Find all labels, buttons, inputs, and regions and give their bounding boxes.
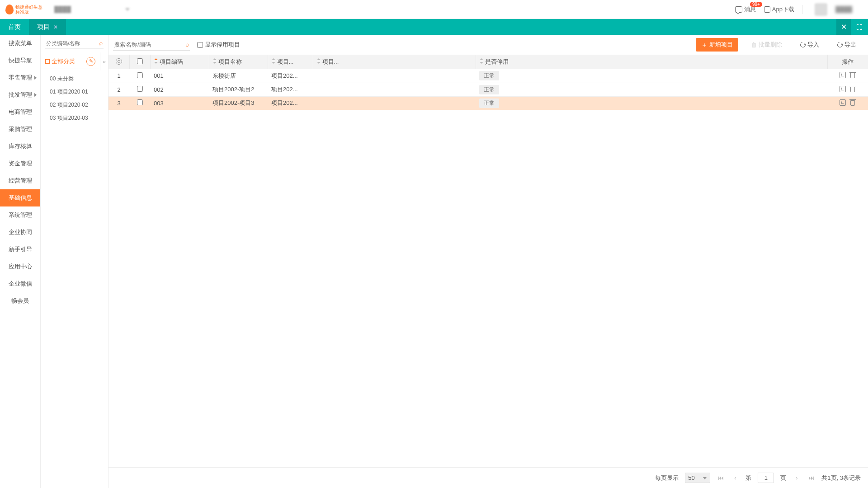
org-selector[interactable]: ████ [54,6,130,13]
edit-icon[interactable] [840,72,846,78]
sidebar-item[interactable]: 应用中心 [0,258,40,275]
fullscreen-icon [857,24,862,30]
per-page-select[interactable]: 50 [685,473,710,483]
grid-icon [45,59,50,64]
user-name[interactable]: ████ [835,6,863,13]
brand-name: 畅捷通好生意 [15,5,42,9]
sidebar-item[interactable]: 畅会员 [0,292,40,310]
column-settings[interactable] [108,55,129,69]
page-input[interactable] [758,473,774,483]
sidebar-item[interactable]: 新手引导 [0,241,40,258]
sort-icon [213,58,217,64]
pager-summary: 共1页, 3条记录 [821,474,861,482]
close-icon: ✕ [841,23,847,31]
category-item[interactable]: 01 项目2020-01 [41,85,108,99]
last-page-button[interactable]: ⏭ [807,474,815,482]
per-page-label: 每页显示 [655,474,679,482]
status-badge: 正常 [479,71,499,80]
sidebar-item[interactable]: 系统管理 [0,206,40,224]
brand-edition: 标准版 [15,9,42,14]
category-all[interactable]: 全部分类 ✎ [41,54,100,69]
close-icon[interactable]: ✕ [53,24,58,30]
tabs-close-all-button[interactable]: ✕ [836,19,851,35]
sidebar-item[interactable]: 搜索菜单 [0,35,40,52]
search-icon[interactable]: ⌕ [185,41,189,48]
prev-page-button[interactable]: ‹ [731,474,739,482]
collapse-panel-button[interactable]: « [100,52,108,70]
delete-icon[interactable] [849,99,856,106]
tabbar: 首页 项目 ✕ ✕ [0,19,868,35]
tab-project[interactable]: 项目 ✕ [29,19,66,35]
sidebar-item[interactable]: 电商管理 [0,103,40,121]
export-icon [836,41,844,48]
import-icon [799,41,807,48]
show-disabled-checkbox[interactable]: 显示停用项目 [197,41,240,49]
column-op: 操作 [827,55,868,69]
sidebar-item[interactable]: 企业微信 [0,275,40,292]
delete-icon[interactable] [849,72,856,78]
export-button[interactable]: 导出 [832,38,862,52]
sidebar-item[interactable]: 采购管理 [0,121,40,138]
import-button[interactable]: 导入 [795,38,825,52]
edit-icon[interactable] [840,86,846,92]
first-page-button[interactable]: ⏮ [717,474,725,482]
sort-icon [317,58,321,64]
category-list: 00 未分类01 项目2020-0102 项目2020-0203 项目2020-… [41,70,108,127]
pager: 每页显示 50 ⏮ ‹ 第 页 › ⏭ 共1页, 3条记录 [108,467,868,488]
table-row[interactable]: 3003项目2002-项目3项目202...正常 [108,96,868,110]
fullscreen-button[interactable] [853,19,866,35]
column-checkbox [129,55,150,69]
sidebar-item[interactable]: 快捷导航 [0,52,40,69]
select-all-checkbox[interactable] [137,58,143,64]
sidebar-item[interactable]: 经营管理 [0,172,40,189]
category-item[interactable]: 02 项目2020-02 [41,99,108,112]
chat-icon [735,6,742,13]
column-code[interactable]: 项目编码 [150,55,209,69]
edit-icon[interactable] [840,99,846,106]
row-checkbox[interactable] [137,99,143,105]
logo-icon [5,5,14,14]
app-download-label: App下载 [772,5,794,14]
next-page-button[interactable]: › [793,474,801,482]
tab-home[interactable]: 首页 [0,19,29,35]
sort-icon [154,58,158,64]
edit-category-button[interactable]: ✎ [86,57,95,66]
sidebar-item[interactable]: 批发管理 [0,86,40,103]
chevron-right-icon [34,76,37,80]
delete-icon[interactable] [849,86,856,92]
column-name[interactable]: 项目名称 [209,55,268,69]
table: 项目编码 项目名称 项目... 项目... 是否停用 操作 1001东楼街店项目… [108,55,868,467]
category-all-label: 全部分类 [52,57,75,66]
sidebar-item[interactable]: 资金管理 [0,155,40,172]
table-row[interactable]: 1001东楼街店项目202...正常 [108,69,868,83]
row-checkbox[interactable] [137,86,143,92]
sidebar-item[interactable]: 零售管理 [0,69,40,86]
category-item[interactable]: 03 项目2020-03 [41,112,108,125]
chevron-right-icon [34,93,37,97]
sort-icon [480,58,483,64]
search-input[interactable] [113,39,190,51]
column-t1[interactable]: 项目... [268,55,313,69]
sidebar-item[interactable]: 企业协同 [0,224,40,241]
category-item[interactable]: 00 未分类 [41,72,108,85]
add-button[interactable]: ＋ 新增项目 [696,38,738,52]
column-t2[interactable]: 项目... [313,55,476,69]
sidebar-item[interactable]: 基础信息 [0,189,40,206]
topbar: 畅捷通好生意 标准版 ████ 消息 99+ App下载 ████ [0,0,868,19]
sort-icon [272,58,275,64]
chevron-down-icon [125,8,130,11]
table-row[interactable]: 2002项目2002-项目2项目202...正常 [108,83,868,96]
avatar[interactable] [815,3,827,16]
category-panel: ⌕ 全部分类 ✎ « 00 未分类01 项目2020-0102 项目2020-0… [41,35,108,488]
sidebar: 搜索菜单快捷导航零售管理批发管理电商管理采购管理库存核算资金管理经营管理基础信息… [0,35,41,488]
app-icon [764,6,770,13]
sidebar-item[interactable]: 库存核算 [0,138,40,155]
messages-button[interactable]: 消息 99+ [735,5,756,14]
column-status[interactable]: 是否停用 [476,55,827,69]
row-checkbox[interactable] [137,72,143,78]
main-panel: ⌕ 显示停用项目 ＋ 新增项目 🗑 批量删除 导入 [108,35,868,488]
app-download-button[interactable]: App下载 [764,5,794,14]
search-icon[interactable]: ⌕ [99,39,103,47]
category-search-input[interactable] [45,38,104,49]
batch-delete-button[interactable]: 🗑 批量删除 [745,38,788,52]
